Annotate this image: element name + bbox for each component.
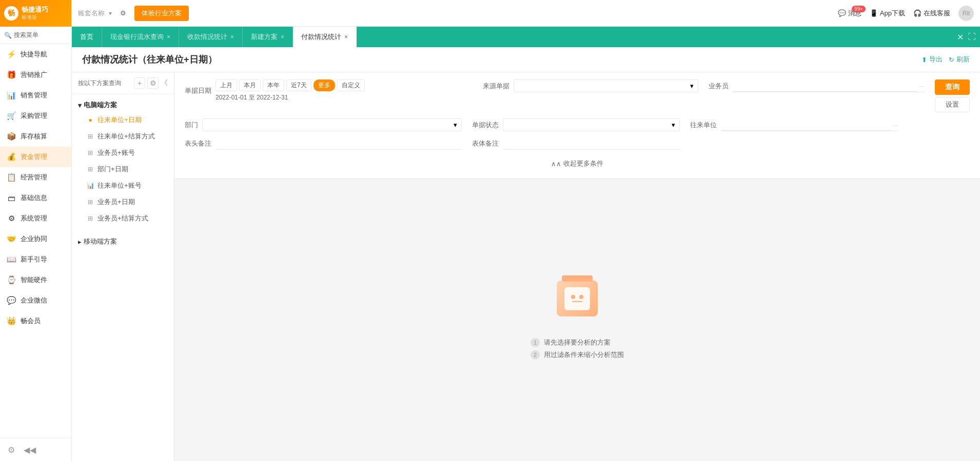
staff-filter-label: 业务员 [709, 82, 729, 91]
body-note-input[interactable] [503, 137, 680, 150]
unit-filter-label: 往来单位 [690, 121, 717, 130]
sidebar-nav: ⚡ 快捷导航 🎁 营销推广 📊 销售管理 🛒 采购管理 📦 库存核算 💰 资金管… [0, 44, 71, 438]
sidebar-item-quick-nav[interactable]: ⚡ 快捷导航 [0, 44, 71, 65]
date-btn-more[interactable]: 更多 [313, 79, 335, 91]
header-note-input[interactable] [215, 137, 462, 150]
right-panel: 单据日期 上月 本月 本年 近7天 更多 自定义 20 [174, 72, 980, 461]
staff-input[interactable] [733, 79, 917, 92]
scheme-item-label: 业务员+账号 [97, 148, 135, 157]
message-btn[interactable]: 💬 消息 99+ [838, 9, 861, 18]
date-btn-this-month[interactable]: 本月 [239, 79, 261, 91]
sidebar-item-corp[interactable]: 🤝 企业协同 [0, 229, 71, 249]
date-btn-custom[interactable]: 自定义 [337, 79, 365, 91]
tab-new-scheme-label: 新建方案 [251, 32, 278, 42]
export-btn[interactable]: ⬆ 导出 [922, 55, 943, 64]
system-icon: ⚙ [6, 213, 16, 224]
mobile-group-label: 移动端方案 [84, 237, 117, 246]
scheme-active-icon: ● [86, 116, 94, 124]
trial-btn[interactable]: 体验行业方案 [134, 6, 189, 21]
brand-text: 账套名称 [78, 9, 105, 18]
tab-new-scheme-close[interactable]: × [281, 33, 284, 41]
scheme-item-label: 往来单位+结算方式 [97, 132, 155, 141]
tab-new-scheme[interactable]: 新建方案 × [243, 27, 293, 47]
sidebar-item-purchase[interactable]: 🛒 采购管理 [0, 106, 71, 126]
sidebar-item-weixin[interactable]: 💬 企业微信 [0, 290, 71, 311]
sidebar-item-label: 销售管理 [21, 91, 47, 100]
mobile-scheme-group: ▸ 移动端方案 [72, 231, 174, 252]
scheme-item-unit-account[interactable]: 📊 往来单位+账号 [72, 177, 174, 194]
app-icon: 📱 [870, 9, 878, 17]
settings-footer-btn[interactable]: ⚙ [4, 443, 18, 457]
sidebar-item-hardware[interactable]: ⌚ 智能硬件 [0, 270, 71, 290]
filter-header-note-item: 表头备注 [185, 137, 462, 150]
date-btn-last-month[interactable]: 上月 [215, 79, 237, 91]
scheme-table-icon: ⊞ [86, 165, 94, 173]
sidebar-item-system[interactable]: ⚙ 系统管理 [0, 208, 71, 229]
source-select[interactable]: ▾ [514, 79, 699, 92]
sidebar-item-guide[interactable]: 📖 新手引导 [0, 249, 71, 270]
operation-icon: 📋 [6, 172, 16, 183]
sidebar-item-member[interactable]: 👑 畅会员 [0, 311, 71, 331]
date-btn-7days[interactable]: 近7天 [286, 79, 311, 91]
tab-home-label: 首页 [80, 32, 93, 42]
online-service-btn[interactable]: 🎧 在线客服 [913, 9, 950, 18]
scheme-item-staff-settle[interactable]: ⊞ 业务员+结算方式 [72, 210, 174, 227]
collapse-sidebar-btn[interactable]: ◀◀ [23, 443, 37, 457]
scheme-item-unit-settle[interactable]: ⊞ 往来单位+结算方式 [72, 128, 174, 145]
tab-receipt-stat-close[interactable]: × [230, 33, 234, 41]
dept-select-chevron: ▾ [454, 121, 457, 129]
sidebar-item-operation[interactable]: 📋 经营管理 [0, 167, 71, 188]
date-filter-label: 单据日期 [185, 86, 211, 95]
staff-input-dots: ··· [919, 82, 925, 90]
sidebar-item-basic[interactable]: 🗃 基础信息 [0, 188, 71, 208]
app-label: App下载 [880, 9, 905, 18]
mobile-group-title[interactable]: ▸ 移动端方案 [72, 235, 174, 248]
robot-eyes [571, 295, 583, 299]
scheme-item-staff-account[interactable]: ⊞ 业务员+账号 [72, 145, 174, 161]
scheme-chart-icon: 📊 [86, 182, 94, 190]
sidebar-item-label: 资金管理 [21, 152, 47, 162]
topbar: 账套名称 ▾ ⚙ 体验行业方案 💬 消息 99+ 📱 App下载 🎧 在线客服 … [72, 0, 980, 27]
filter-unit-item: 往来单位 ··· [690, 118, 898, 131]
sidebar-search[interactable]: 🔍 搜索菜单 [0, 27, 71, 44]
tab-home[interactable]: 首页 [72, 27, 102, 47]
user-avatar[interactable]: Rit [958, 6, 974, 21]
filter-source-item: 来源单据 ▾ [483, 79, 699, 92]
unit-input[interactable] [721, 118, 890, 131]
app-download-btn[interactable]: 📱 App下载 [870, 9, 905, 18]
filter-date-item: 单据日期 上月 本月 本年 近7天 更多 自定义 20 [185, 79, 473, 102]
sidebar-item-inventory[interactable]: 📦 库存核算 [0, 126, 71, 147]
sidebar-item-marketing[interactable]: 🎁 营销推广 [0, 65, 71, 85]
sidebar-item-sales[interactable]: 📊 销售管理 [0, 85, 71, 106]
dept-select[interactable]: ▾ [202, 118, 462, 131]
collapse-left-panel-btn[interactable]: 《 [161, 78, 168, 88]
tab-pay-stat-close[interactable]: × [344, 33, 348, 41]
collapse-more-btn[interactable]: ∧∧ 收起更多条件 [185, 156, 970, 171]
sidebar-item-fund[interactable]: 💰 资金管理 [0, 147, 71, 167]
scheme-item-label: 业务员+日期 [97, 197, 135, 207]
header-note-label: 表头备注 [185, 139, 211, 148]
export-label: 导出 [929, 55, 943, 64]
tab-bank-flow-close[interactable]: × [167, 33, 170, 41]
empty-tips: 1 请先选择要分析的方案 2 用过滤条件来缩小分析范围 [531, 338, 624, 359]
add-scheme-btn[interactable]: + [134, 77, 145, 89]
scheme-item-unit-date[interactable]: ● 往来单位+日期 [72, 112, 174, 128]
fullscreen-btn[interactable]: ⛶ [968, 32, 976, 42]
topbar-settings-btn[interactable]: ⚙ [116, 6, 130, 21]
scheme-item-dept-date[interactable]: ⊞ 部门+日期 [72, 161, 174, 177]
query-btn[interactable]: 查询 [935, 79, 970, 95]
empty-state: 1 请先选择要分析的方案 2 用过滤条件来缩小分析范围 [531, 280, 624, 359]
refresh-btn[interactable]: ↻ 刷新 [949, 55, 970, 64]
scheme-item-staff-date[interactable]: ⊞ 业务员+日期 [72, 194, 174, 210]
tabbar: 首页 现金银行流水查询 × 收款情况统计 × 新建方案 × 付款情况统计 × ✕… [72, 27, 980, 47]
date-btn-this-year[interactable]: 本年 [263, 79, 284, 91]
sidebar-item-label: 畅会员 [21, 316, 41, 326]
sidebar-footer: ⚙ ◀◀ [0, 438, 71, 461]
tab-receipt-stat[interactable]: 收款情况统计 × [179, 27, 243, 47]
close-all-tabs-btn[interactable]: ✕ [957, 32, 964, 42]
bill-status-select[interactable]: ▾ [503, 118, 680, 131]
setting-btn[interactable]: 设置 [935, 97, 970, 112]
scheme-settings-btn[interactable]: ⚙ [147, 77, 159, 89]
tab-pay-stat[interactable]: 付款情况统计 × [293, 27, 357, 47]
tab-bank-flow[interactable]: 现金银行流水查询 × [102, 27, 179, 47]
